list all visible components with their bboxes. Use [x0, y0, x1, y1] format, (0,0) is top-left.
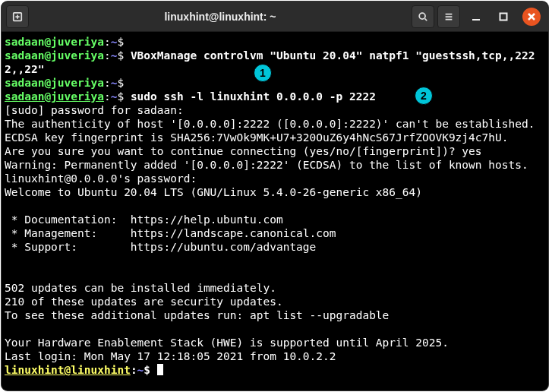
- svg-rect-9: [500, 13, 507, 20]
- output-line: * Documentation: https://help.ubuntu.com: [5, 213, 283, 226]
- maximize-button[interactable]: [495, 8, 512, 25]
- output-line: * Support: https://ubuntu.com/advantage: [5, 241, 316, 253]
- output-line: Last login: Mon May 17 12:18:05 2021 fro…: [5, 350, 336, 362]
- output-line: Your Hardware Enablement Stack (HWE) is …: [5, 337, 449, 349]
- annotation-badge-1: 1: [254, 64, 272, 82]
- output-line: [sudo] password for sadaan:: [5, 104, 184, 116]
- prompt-user: sadaan@juveriya: [5, 36, 104, 48]
- output-line: ECDSA key fingerprint is SHA256:7VwOk9MK…: [5, 131, 508, 144]
- close-icon: [528, 13, 535, 21]
- output-line: To see these additional updates run: apt…: [5, 309, 389, 321]
- annotation-badge-2: 2: [415, 87, 433, 105]
- titlebar: linuxhint@linuxhint: ~: [2, 2, 548, 32]
- prompt-user: sadaan@juveriya: [5, 49, 104, 62]
- new-tab-icon: [12, 11, 23, 22]
- output-line: The authenticity of host '[0.0.0.0]:2222…: [5, 118, 535, 130]
- output-line: linuxhint@0.0.0.0's password:: [5, 172, 197, 185]
- new-tab-button[interactable]: [6, 5, 29, 28]
- window-controls: [468, 8, 541, 26]
- svg-point-3: [419, 13, 425, 19]
- search-icon: [418, 11, 428, 22]
- command-2: sudo ssh -l linuxhint 0.0.0.0 -p 2222: [131, 90, 376, 103]
- cursor: [157, 364, 163, 375]
- maximize-icon: [499, 12, 508, 21]
- minimize-button[interactable]: [468, 8, 484, 25]
- close-button[interactable]: [522, 8, 541, 26]
- output-line: * Management: https://landscape.canonica…: [5, 227, 336, 239]
- output-line: Welcome to Ubuntu 20.04 LTS (GNU/Linux 5…: [5, 186, 422, 198]
- search-button[interactable]: [412, 5, 434, 28]
- prompt-user: sadaan@juveriya: [5, 90, 104, 103]
- svg-line-4: [425, 18, 427, 21]
- hamburger-icon: [443, 11, 454, 22]
- prompt-user: sadaan@juveriya: [5, 77, 104, 89]
- output-line: Warning: Permanently added '[0.0.0.0]:22…: [5, 159, 528, 171]
- menu-button[interactable]: [437, 5, 460, 28]
- minimize-icon: [472, 12, 481, 21]
- terminal-output[interactable]: sadaan@juveriya:~$ sadaan@juveriya:~$ VB…: [2, 32, 548, 380]
- output-line: 210 of these updates are security update…: [5, 296, 283, 308]
- output-line: 502 updates can be installed immediately…: [5, 282, 276, 294]
- output-line: Are you sure you want to continue connec…: [5, 145, 482, 157]
- window-title: linuxhint@linuxhint: ~: [32, 11, 408, 23]
- terminal-window: linuxhint@linuxhint: ~ sadaan@juveriya:~…: [2, 2, 548, 390]
- prompt-user-remote: linuxhint@linuxhint: [5, 364, 131, 376]
